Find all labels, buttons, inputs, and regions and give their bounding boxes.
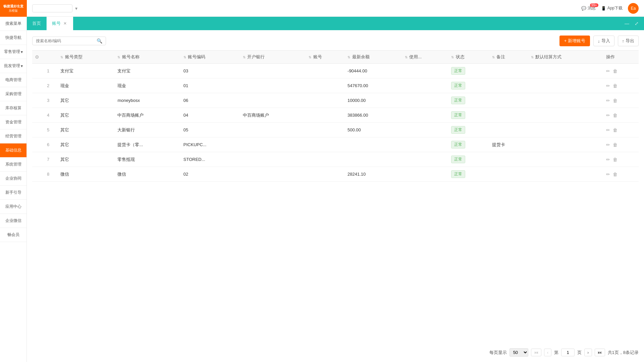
tab-home[interactable]: 首页 (27, 17, 47, 30)
delete-icon[interactable]: 🗑 (613, 127, 618, 133)
logo-text: 畅捷通好生意 (3, 4, 23, 9)
row-status: 正常 (448, 152, 489, 167)
row-settings (32, 64, 44, 78)
delete-icon[interactable]: 🗑 (613, 83, 618, 88)
col-type[interactable]: ⇅ 账号类型 (58, 51, 115, 64)
row-usage (402, 78, 449, 93)
row-bank (240, 123, 306, 137)
row-usage (402, 64, 449, 78)
delete-icon[interactable]: 🗑 (613, 113, 618, 118)
message-icon: 💬 (581, 6, 586, 11)
row-remark (489, 108, 528, 123)
col-status[interactable]: ⇅ 状态 (448, 51, 489, 64)
sort-icon: ⇅ (405, 55, 408, 59)
user-avatar[interactable]: Ea (628, 3, 639, 14)
row-balance (345, 137, 402, 152)
edit-icon[interactable]: ✏ (606, 83, 610, 88)
status-badge: 正常 (451, 126, 465, 134)
table-row: 4 其它 中百商场账户 04 中百商场账户 383866.00 正常 ✏ 🗑 (32, 108, 639, 123)
sidebar-item-search-menu[interactable]: 搜索菜单 (0, 17, 26, 31)
prev-page-button[interactable]: ‹ (544, 349, 551, 356)
row-settings (32, 93, 44, 108)
add-account-button[interactable]: + 新增账号 (559, 36, 590, 46)
row-settings (32, 108, 44, 123)
per-page-select[interactable]: 50 100 200 (509, 348, 528, 357)
edit-icon[interactable]: ✏ (606, 172, 610, 177)
row-settings (32, 167, 44, 182)
sidebar-item-app-center[interactable]: 应用中心 (0, 200, 26, 214)
status-badge: 正常 (451, 141, 465, 148)
page-number-input[interactable] (561, 349, 575, 356)
col-account-no[interactable]: ⇅ 账号 (306, 51, 345, 64)
messages-button[interactable]: 💬 消息 99+ (581, 5, 596, 11)
row-name: 微信 (115, 167, 180, 182)
sidebar-item-wholesale-mgmt[interactable]: 批发管理 ▾ (0, 59, 26, 73)
delete-icon[interactable]: 🗑 (613, 98, 618, 103)
sidebar-item-inventory[interactable]: 库存核算 (0, 101, 26, 115)
sidebar-item-vip-member[interactable]: 畅会员 (0, 228, 26, 242)
row-type: 其它 (58, 93, 115, 108)
row-name: 中百商场账户 (115, 108, 180, 123)
col-code[interactable]: ⇅ 账号编码 (181, 51, 240, 64)
edit-icon[interactable]: ✏ (606, 142, 610, 147)
col-bank[interactable]: ⇅ 开户银行 (240, 51, 306, 64)
row-balance: 10000.00 (345, 93, 402, 108)
import-button[interactable]: ↓ 导入 (593, 36, 614, 46)
search-icon[interactable]: 🔍 (97, 38, 102, 44)
delete-icon[interactable]: 🗑 (613, 172, 618, 177)
export-button[interactable]: ↑ 导出 (618, 36, 639, 46)
sidebar-item-ecommerce-mgmt[interactable]: 电商管理 (0, 73, 26, 87)
last-page-button[interactable]: ⏭ (595, 349, 605, 356)
row-actions: ✏ 🗑 (603, 167, 639, 182)
sidebar-item-retail-mgmt[interactable]: 零售管理 ▾ (0, 45, 26, 59)
delete-icon[interactable]: 🗑 (613, 68, 618, 74)
sidebar-item-system-mgmt[interactable]: 系统管理 (0, 158, 26, 172)
row-default-settlement (528, 167, 604, 182)
edit-icon[interactable]: ✏ (606, 113, 610, 118)
delete-icon[interactable]: 🗑 (613, 142, 618, 147)
sidebar-item-new-guide[interactable]: 新手引导 (0, 186, 26, 200)
tab-home-label: 首页 (32, 20, 41, 26)
row-bank (240, 137, 306, 152)
top-search-input[interactable] (32, 4, 72, 12)
edit-icon[interactable]: ✏ (606, 157, 610, 162)
tab-account[interactable]: 账号 ✕ (47, 17, 73, 30)
app-download-button[interactable]: 📱 App下载 (601, 5, 623, 11)
row-name: 支付宝 (115, 64, 180, 78)
col-remark[interactable]: ⇅ 备注 (489, 51, 528, 64)
next-page-button[interactable]: › (584, 349, 592, 356)
sidebar-item-purchase-mgmt[interactable]: 采购管理 (0, 87, 26, 101)
per-page-label: 每页显示 (489, 350, 507, 356)
sidebar-item-enterprise-wechat[interactable]: 企业微信 (0, 214, 26, 228)
edit-icon[interactable]: ✏ (606, 68, 610, 74)
row-bank (240, 78, 306, 93)
sidebar-item-finance-mgmt[interactable]: 资金管理 (0, 115, 26, 129)
row-actions: ✏ 🗑 (603, 137, 639, 152)
col-usage[interactable]: ⇅ 使用... (402, 51, 449, 64)
status-badge: 正常 (451, 82, 465, 89)
table-row: 5 其它 大新银行 05 500.00 正常 ✏ 🗑 (32, 123, 639, 137)
row-remark (489, 123, 528, 137)
delete-icon[interactable]: 🗑 (613, 157, 618, 162)
edit-icon[interactable]: ✏ (606, 98, 610, 103)
first-page-button[interactable]: ⏮ (531, 349, 541, 356)
search-input[interactable] (36, 39, 95, 43)
tab-minimize-icon[interactable]: — (623, 19, 631, 27)
row-name: 零售抵现 (115, 152, 180, 167)
col-balance[interactable]: ⇅ 最新余额 (345, 51, 402, 64)
sidebar-item-quick-nav[interactable]: 快捷导航 (0, 31, 26, 45)
row-bank (240, 152, 306, 167)
row-code: STORED... (181, 152, 240, 167)
row-index: 8 (44, 167, 58, 182)
tab-close-icon[interactable]: ✕ (63, 21, 67, 26)
col-default-settlement[interactable]: ⇅ 默认结算方式 (528, 51, 604, 64)
sidebar-item-basic-info[interactable]: 基础信息 (0, 143, 26, 158)
tab-expand-icon[interactable]: ⤢ (633, 19, 640, 27)
edit-icon[interactable]: ✏ (606, 127, 610, 133)
sidebar-item-operations-mgmt[interactable]: 经营管理 (0, 129, 26, 143)
row-balance: -90444.00 (345, 64, 402, 78)
sidebar-item-enterprise-agreement[interactable]: 企业协同 (0, 172, 26, 186)
toolbar: 🔍 + 新增账号 ↓ 导入 ↑ 导出 (32, 36, 639, 46)
col-name[interactable]: ⇅ 账号名称 (115, 51, 180, 64)
settings-gear-icon[interactable]: ⚙ (35, 54, 39, 60)
